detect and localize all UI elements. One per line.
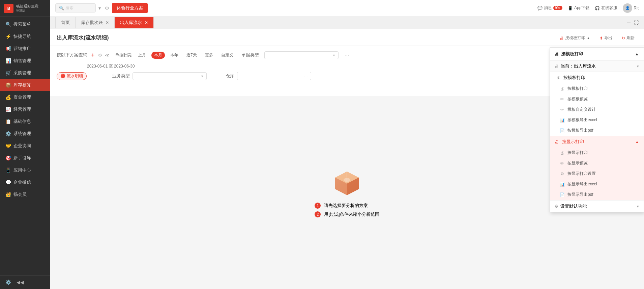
template-custom-label: 模板自定义设计: [567, 107, 596, 112]
pdf-icon: 📄: [559, 128, 565, 133]
marketing-icon: 📢: [5, 46, 11, 51]
current-icon: 🖨: [555, 64, 559, 69]
bill-type-select[interactable]: ▾: [264, 51, 339, 59]
search-dropdown-icon[interactable]: ▾: [98, 5, 101, 11]
guide-icon: 🎯: [5, 155, 11, 161]
sidebar-item-base[interactable]: 📋 基础信息: [0, 115, 50, 128]
dropdown-display-print-settings[interactable]: ⚙ 按显示打印设置: [550, 168, 644, 179]
tab-bar: 首页 库存批次账 ✕ 出入库流水 ✕ ─ ⛶: [50, 16, 644, 29]
message-badge[interactable]: 💬 消息 99+: [537, 5, 562, 11]
base-icon: 📋: [5, 119, 11, 124]
warehouse-filter: 仓库 ···: [226, 72, 311, 80]
template-export-excel-label: 按模板导出excel: [567, 117, 597, 123]
dropdown-display-export-excel[interactable]: 📊 按显示导出excel: [550, 179, 644, 189]
refresh-btn[interactable]: ↻ 刷新: [619, 34, 637, 42]
display-print-section-icon: 🖨: [555, 139, 559, 144]
operations-icon: 📈: [5, 107, 11, 112]
dropdown-title: 按模板打印: [561, 51, 583, 57]
sidebar-label: 快捷导航: [13, 33, 31, 40]
top-bar: 🔍 搜索 ▾ ⚙ 体验行业方案 💬 消息 99+ 📱 App下载 🎧 在线客服: [50, 0, 644, 16]
dropdown-current-chevron[interactable]: ▾: [637, 64, 639, 69]
set-default-row[interactable]: ⚙ 设置默认功能 ▾: [550, 200, 644, 212]
tab-close-icon[interactable]: ✕: [106, 20, 109, 25]
sidebar-item-operations[interactable]: 📈 经营管理: [0, 103, 50, 115]
date-tab-this-month[interactable]: 本月: [151, 52, 165, 59]
sidebar-item-sales[interactable]: 📊 销售管理: [0, 55, 50, 67]
dropdown-display-preview[interactable]: 👁 按显示预览: [550, 158, 644, 168]
display-preview-label: 按显示预览: [567, 160, 588, 166]
tab-maximize-icon[interactable]: ⛶: [634, 20, 639, 25]
date-tab-more[interactable]: 更多: [202, 52, 216, 59]
dropdown-template-preview[interactable]: 👁 按模板预览: [550, 94, 644, 104]
set-default-label: 设置默认功能: [560, 203, 587, 209]
filter-collapse-icon[interactable]: ≪: [105, 53, 110, 58]
bill-type-more-icon[interactable]: ···: [345, 53, 349, 58]
sidebar-item-quick-nav[interactable]: ⚡ 快捷导航: [0, 30, 50, 43]
step-2-num: 2: [315, 211, 321, 217]
sidebar-item-finance[interactable]: 💰 资金管理: [0, 91, 50, 103]
sidebar-label: 营销推广: [13, 46, 31, 52]
sidebar-item-marketing[interactable]: 📢 营销推广: [0, 43, 50, 55]
top-bar-left: 🔍 搜索 ▾ ⚙ 体验行业方案: [55, 3, 533, 13]
date-tab-last-month[interactable]: 上月: [135, 52, 149, 59]
sidebar-item-wechat[interactable]: 💬 企业微信: [0, 176, 50, 188]
tab-minimize-icon[interactable]: ─: [627, 20, 631, 25]
sidebar-label: 资金管理: [13, 94, 31, 100]
sidebar-item-purchase[interactable]: 🛒 采购管理: [0, 67, 50, 79]
sidebar-item-search[interactable]: 🔍 搜索菜单: [0, 18, 50, 30]
sidebar-item-enterprise[interactable]: 🤝 企业协同: [0, 140, 50, 152]
user-profile[interactable]: 👤 Rit: [623, 3, 639, 13]
date-tab-this-year[interactable]: 本年: [168, 52, 181, 59]
display-print-section-label: 按显示打印: [562, 139, 584, 145]
dropdown-template-export-pdf[interactable]: 📄 按模板导出pdf: [550, 125, 644, 136]
message-icon: 💬: [537, 6, 543, 10]
display-print-section-header[interactable]: 🖨 按显示打印 ▲: [550, 136, 644, 148]
tab-batch-account[interactable]: 库存批次账 ✕: [76, 17, 115, 28]
printer-header-icon: 🖨: [555, 52, 559, 57]
dropdown-close-chevron[interactable]: ▲: [635, 52, 639, 56]
print-template-btn[interactable]: 🖨 按模板打印 ▲: [557, 34, 593, 42]
sidebar-label: 应用中心: [13, 167, 31, 173]
sidebar-label: 销售管理: [13, 58, 31, 64]
export-btn[interactable]: ⬆ 导出: [597, 34, 615, 42]
empty-state-icon: [332, 168, 362, 199]
dropdown-display-export-pdf[interactable]: 📄 按显示导出pdf: [550, 189, 644, 200]
sidebar-item-apps[interactable]: 📱 应用中心: [0, 164, 50, 176]
dropdown-template-print[interactable]: 🖨 按模板打印: [550, 83, 644, 94]
subcategory-tag: 🔴 流水明细: [57, 72, 87, 80]
sidebar-item-guide[interactable]: 🎯 新手引导: [0, 152, 50, 164]
subcategory-icon: 🔴: [60, 74, 65, 78]
subcategory-field: 🔴 流水明细: [57, 72, 87, 80]
tab-home[interactable]: 首页: [55, 17, 76, 28]
dropdown-display-print[interactable]: 🖨 按显示打印: [550, 148, 644, 158]
date-range-text: 2023-06-01 至 2023-06-30: [87, 64, 135, 69]
business-type-select[interactable]: ▾: [133, 72, 207, 80]
dropdown-template-custom[interactable]: ✏ 模板自定义设计: [550, 104, 644, 115]
tab-close-active-icon[interactable]: ✕: [145, 20, 148, 25]
app-download-link[interactable]: 📱 App下载: [568, 5, 589, 11]
sidebar-item-inventory[interactable]: 📦 库存核算: [0, 79, 50, 91]
dropdown-template-export-excel[interactable]: 📊 按模板导出excel: [550, 115, 644, 125]
app-badge: 标准版: [16, 8, 38, 13]
sidebar-label: 新手引导: [13, 155, 31, 161]
headset-icon: 🎧: [595, 6, 600, 10]
dropdown-template-print-header[interactable]: 🖨 按模板打印: [550, 72, 644, 83]
sidebar-item-system[interactable]: ⚙️ 系统管理: [0, 128, 50, 140]
sidebar-item-vip[interactable]: 👑 畅会员: [0, 188, 50, 201]
online-service-link[interactable]: 🎧 在线客服: [595, 5, 617, 11]
sidebar-label: 企业协同: [13, 143, 31, 149]
collapse-sidebar-icon[interactable]: ◀◀: [17, 280, 24, 285]
tab-inout-flow[interactable]: 出入库流水 ✕: [115, 17, 154, 28]
filter-add-btn[interactable]: ＋: [90, 52, 95, 59]
settings-icon[interactable]: ⚙️: [5, 280, 11, 285]
industry-btn[interactable]: 体验行业方案: [112, 3, 148, 13]
warehouse-select[interactable]: ···: [237, 72, 311, 80]
settings-gear-icon[interactable]: ⚙: [105, 5, 109, 11]
date-tab-last-7-days[interactable]: 近7天: [184, 52, 200, 59]
app-logo-icon: B: [4, 4, 13, 13]
top-search-box[interactable]: 🔍 搜索: [55, 3, 96, 12]
filter-settings-icon[interactable]: ⚙: [98, 53, 102, 58]
warehouse-more-icon[interactable]: ···: [304, 74, 308, 78]
vip-icon: 👑: [5, 192, 11, 197]
date-tab-custom[interactable]: 自定义: [218, 52, 236, 59]
